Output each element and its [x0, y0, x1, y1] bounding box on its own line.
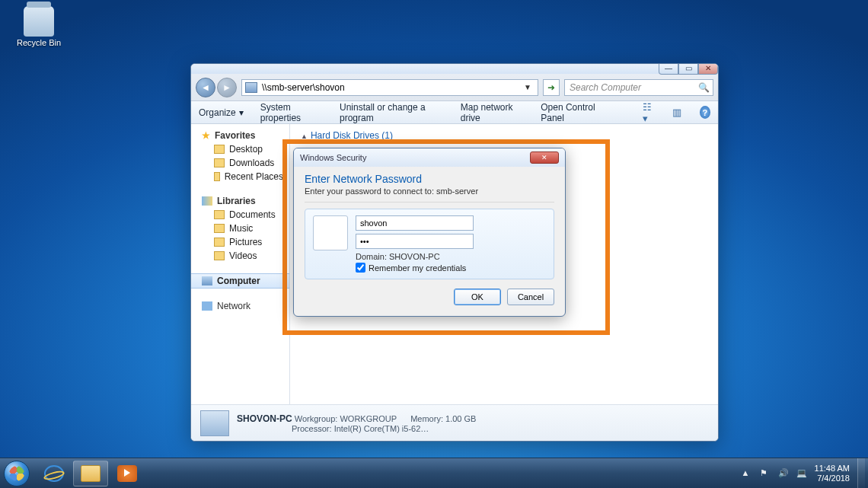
tray-time: 11:48 AM — [815, 464, 850, 474]
preview-pane-button[interactable]: ▥ — [671, 106, 682, 120]
sidebar-item-downloads[interactable]: Downloads — [191, 156, 289, 170]
sidebar-item-pictures[interactable]: Pictures — [191, 235, 289, 249]
dialog-title: Windows Security — [300, 153, 366, 162]
taskbar-ie[interactable] — [37, 461, 72, 486]
favorites-header[interactable]: ★Favorites — [191, 129, 289, 142]
processor-value: Intel(R) Core(TM) i5-62… — [334, 424, 429, 433]
folder-icon — [81, 465, 101, 482]
desktop: Recycle Bin — ▭ ✕ ◄ ► \\smb-server\shovo… — [0, 0, 868, 488]
dialog-titlebar[interactable]: Windows Security ✕ — [294, 148, 565, 167]
library-icon — [202, 196, 212, 206]
remember-checkbox-label[interactable]: Remember my credentials — [356, 263, 546, 273]
recycle-bin-label: Recycle Bin — [14, 38, 64, 47]
sidebar-item-desktop[interactable]: Desktop — [191, 142, 289, 156]
remember-checkbox[interactable] — [356, 263, 365, 273]
help-button[interactable]: ? — [700, 106, 710, 119]
username-field[interactable] — [356, 215, 474, 231]
computer-icon — [245, 82, 257, 93]
security-dialog: Windows Security ✕ Enter Network Passwor… — [293, 148, 566, 317]
recycle-bin-icon[interactable]: Recycle Bin — [14, 6, 64, 47]
address-bar-row: ◄ ► \\smb-server\shovon ▼ ➜ Search Compu… — [191, 74, 718, 101]
ok-button[interactable]: OK — [454, 289, 501, 305]
address-bar[interactable]: \\smb-server\shovon ▼ — [241, 79, 538, 96]
video-icon — [214, 251, 225, 260]
document-icon — [214, 210, 225, 219]
picture-icon — [214, 238, 225, 247]
network-tray-icon[interactable]: 💻 — [796, 468, 807, 479]
memory-value: 1.00 GB — [445, 414, 476, 423]
system-tray: ▲ ⚑ 🔊 💻 11:48 AM 7/4/2018 — [742, 458, 868, 489]
star-icon: ★ — [202, 130, 210, 141]
credential-box: Domain: SHOVON-PC Remember my credential… — [305, 209, 554, 279]
forward-button[interactable]: ► — [217, 78, 237, 97]
sidebar-item-music[interactable]: Music — [191, 222, 289, 235]
ie-icon — [44, 465, 64, 482]
search-placeholder: Search Computer — [570, 82, 641, 93]
network-icon — [202, 301, 212, 311]
dialog-subtitle: Enter your password to connect to: smb-s… — [305, 187, 554, 196]
folder-icon — [214, 145, 225, 154]
password-field[interactable] — [356, 234, 474, 249]
chevron-down-icon: ▾ — [239, 107, 244, 118]
workgroup-value: WORKGROUP — [340, 414, 396, 423]
nav-sidebar: ★Favorites Desktop Downloads Recent Plac… — [191, 124, 290, 404]
tray-date: 7/4/2018 — [815, 474, 850, 483]
computer-icon — [202, 276, 212, 285]
view-mode-button[interactable]: ☷ ▾ — [643, 106, 654, 120]
refresh-button[interactable]: ➜ — [543, 79, 560, 96]
cancel-button[interactable]: Cancel — [507, 289, 554, 305]
sidebar-item-videos[interactable]: Videos — [191, 249, 289, 263]
control-panel-button[interactable]: Open Control Panel — [541, 102, 609, 123]
sidebar-item-recent[interactable]: Recent Places — [191, 170, 289, 183]
search-input[interactable]: Search Computer 🔍 — [564, 79, 713, 96]
user-avatar-icon — [313, 215, 348, 250]
action-center-icon[interactable]: ⚑ — [760, 468, 771, 479]
window-titlebar[interactable]: — ▭ ✕ — [191, 64, 718, 74]
explorer-toolbar: Organize ▾ System properties Uninstall o… — [191, 101, 718, 124]
details-name: SHOVON-PC — [237, 413, 292, 424]
taskbar-explorer[interactable] — [73, 461, 108, 486]
libraries-header[interactable]: Libraries — [191, 194, 289, 208]
media-player-icon — [117, 465, 137, 482]
domain-label: Domain: SHOVON-PC — [356, 252, 546, 261]
windows-orb-icon — [4, 461, 30, 486]
address-text: \\smb-server\shovon — [262, 82, 345, 93]
close-button[interactable]: ✕ — [698, 63, 718, 75]
folder-icon — [214, 172, 220, 181]
uninstall-button[interactable]: Uninstall or change a program — [340, 102, 444, 123]
organize-button[interactable]: Organize ▾ — [199, 107, 244, 118]
back-button[interactable]: ◄ — [196, 78, 215, 97]
sidebar-item-network[interactable]: Network — [191, 299, 289, 313]
sidebar-item-documents[interactable]: Documents — [191, 208, 289, 222]
system-properties-button[interactable]: System properties — [260, 102, 323, 123]
sidebar-item-computer[interactable]: Computer — [191, 273, 289, 289]
minimize-button[interactable]: — — [659, 63, 678, 75]
memory-label: Memory: — [410, 414, 443, 423]
map-drive-button[interactable]: Map network drive — [461, 102, 524, 123]
processor-label: Processor: — [292, 424, 332, 433]
tray-chevron-icon[interactable]: ▲ — [742, 468, 752, 479]
details-pane: SHOVON-PC Workgroup: WORKGROUP Memory: 1… — [191, 404, 718, 441]
volume-icon[interactable]: 🔊 — [778, 468, 789, 479]
workgroup-label: Workgroup: — [295, 414, 338, 423]
tray-clock[interactable]: 11:48 AM 7/4/2018 — [815, 464, 850, 483]
computer-thumb-icon — [200, 410, 229, 436]
taskbar: ▲ ⚑ 🔊 💻 11:48 AM 7/4/2018 — [0, 458, 868, 488]
dialog-close-button[interactable]: ✕ — [530, 152, 559, 164]
bin-icon — [24, 6, 54, 37]
show-desktop-button[interactable] — [857, 458, 865, 489]
taskbar-wmp[interactable] — [110, 461, 145, 486]
start-button[interactable] — [0, 458, 34, 489]
dialog-heading: Enter Network Password — [305, 173, 554, 185]
music-icon — [214, 224, 225, 233]
maximize-button[interactable]: ▭ — [678, 63, 698, 75]
address-dropdown-icon[interactable]: ▼ — [521, 83, 535, 91]
search-icon: 🔍 — [698, 82, 710, 93]
folder-icon — [214, 158, 225, 167]
